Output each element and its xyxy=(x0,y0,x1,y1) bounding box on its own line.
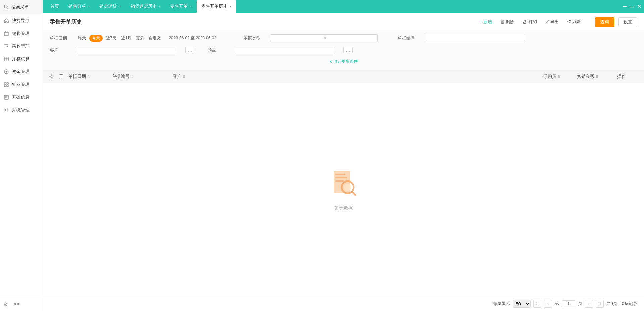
th-customer-sort: ⇅ xyxy=(183,75,185,79)
page-prev-btn[interactable]: ＜ xyxy=(544,300,552,308)
header-actions: + 新增 🗑 删除 🖨 打印 ↗ 导出 ↺ 刷新 查询 设置 xyxy=(478,17,637,27)
svg-point-3 xyxy=(5,48,6,48)
order-no-input[interactable] xyxy=(425,34,525,42)
sidebar-item-label: 基础信息 xyxy=(12,94,30,100)
date-opt-last7[interactable]: 近7天 xyxy=(105,35,118,42)
order-type-arrow: ▾ xyxy=(324,36,375,41)
window-minimize-btn[interactable]: ─ xyxy=(623,3,627,9)
add-btn[interactable]: + 新增 xyxy=(478,18,494,27)
date-opt-yesterday[interactable]: 昨天 xyxy=(77,35,87,42)
window-close-btn[interactable]: ✕ xyxy=(637,3,641,10)
date-opt-today[interactable]: 今天 xyxy=(89,35,103,42)
tab-retail-open-history[interactable]: 零售开单历史 × xyxy=(197,0,236,13)
settings-bottom-icon[interactable]: ⚙ xyxy=(3,301,8,308)
svg-rect-12 xyxy=(7,85,8,87)
basic-info-icon xyxy=(3,94,9,100)
tab-sales-return[interactable]: 销货退货 × xyxy=(95,0,126,13)
page-first-btn[interactable]: ⟨⟨ xyxy=(533,300,541,308)
sidebar-item-purchase-mgmt[interactable]: 采购管理 xyxy=(0,40,43,53)
print-btn[interactable]: 🖨 打印 xyxy=(521,18,539,27)
display-detail-btn[interactable] xyxy=(587,21,591,23)
order-type-select[interactable]: ▾ xyxy=(270,34,378,42)
tab-sales-order-close[interactable]: × xyxy=(88,4,90,8)
sidebar-search[interactable]: 搜索采单 xyxy=(0,0,43,14)
svg-line-24 xyxy=(352,192,355,195)
tab-retail-open-history-close[interactable]: × xyxy=(230,4,232,8)
date-range-display: 2023-06-02 至 2023-06-02 xyxy=(169,35,216,41)
tab-retail-open-close[interactable]: × xyxy=(190,4,192,8)
delete-btn[interactable]: 🗑 删除 xyxy=(498,18,517,27)
page-label-pre: 第 xyxy=(555,301,559,307)
refresh-btn[interactable]: ↺ 刷新 xyxy=(565,18,583,27)
th-order-no[interactable]: 单据编号 ⇅ xyxy=(109,73,170,80)
sidebar-item-operation-mgmt[interactable]: 经营管理 xyxy=(0,78,43,91)
sidebar-item-basic-info[interactable]: 基础信息 xyxy=(0,91,43,104)
total-info: 共0页，0条记录 xyxy=(606,301,637,307)
tab-sales-order[interactable]: 销售订单 × xyxy=(64,0,95,13)
page-size-select[interactable]: 50 20 100 xyxy=(513,300,531,308)
th-date[interactable]: 单据日期 ⇅ xyxy=(66,73,109,80)
sidebar-item-inventory[interactable]: 库存核算 xyxy=(0,53,43,65)
th-amount-sort: ⇅ xyxy=(596,75,598,79)
date-opt-more[interactable]: 更多 xyxy=(135,35,145,42)
customer-input[interactable] xyxy=(77,46,177,54)
select-all-input[interactable] xyxy=(59,74,63,79)
purchase-icon xyxy=(3,43,9,49)
svg-point-16 xyxy=(5,109,7,111)
window-restore-btn[interactable]: ▭ xyxy=(629,3,634,10)
export-btn[interactable]: ↗ 导出 xyxy=(543,18,561,27)
settings-button[interactable]: 设置 xyxy=(618,17,637,27)
goods-dots-btn[interactable]: ... xyxy=(343,47,352,53)
th-guide-label: 导购员 xyxy=(543,73,556,80)
th-op-label: 操作 xyxy=(617,73,626,80)
th-customer[interactable]: 客户 ⇅ xyxy=(170,73,541,80)
th-amount[interactable]: 实销金额 ⇅ xyxy=(574,73,614,80)
date-opt-last-month[interactable]: 近1月 xyxy=(120,35,133,42)
svg-point-23 xyxy=(344,184,351,191)
sidebar-item-sales-mgmt[interactable]: 销售管理 xyxy=(0,27,43,40)
svg-rect-2 xyxy=(4,32,8,36)
sidebar-item-quick-nav[interactable]: 快捷导航 xyxy=(0,14,43,27)
sidebar-item-finance-mgmt[interactable]: 资金管理 xyxy=(0,65,43,78)
tab-sales-return-close[interactable]: × xyxy=(119,4,121,8)
page-last-btn[interactable]: ⟩⟩ xyxy=(596,300,604,308)
th-guide[interactable]: 导购员 ⇅ xyxy=(541,73,574,80)
svg-rect-19 xyxy=(335,174,345,175)
table-header: 单据日期 ⇅ 单据编号 ⇅ 客户 ⇅ 导购员 ⇅ 实销金额 ⇅ xyxy=(43,70,644,83)
customer-dots-btn[interactable]: ... xyxy=(185,47,194,53)
tab-sales-return-history-label: 销货退货历史 xyxy=(131,3,157,9)
query-button[interactable]: 查询 xyxy=(595,17,614,27)
tab-home-label: 首页 xyxy=(50,3,59,9)
date-opt-custom[interactable]: 自定义 xyxy=(147,35,162,42)
tab-retail-open-label: 零售开单 xyxy=(170,3,188,9)
tab-retail-open[interactable]: 零售开单 × xyxy=(165,0,196,13)
th-date-label: 单据日期 xyxy=(68,73,86,80)
th-customer-label: 客户 xyxy=(172,73,181,80)
tab-retail-open-history-label: 零售开单历史 xyxy=(201,3,228,9)
tab-home[interactable]: 首页 xyxy=(46,0,64,13)
goods-input[interactable] xyxy=(235,46,335,54)
sidebar-item-system-mgmt[interactable]: 系统管理 xyxy=(0,104,43,116)
tab-bar: 首页 销售订单 × 销货退货 × 销货退货历史 × 零售开单 × 零售开单历史 … xyxy=(43,0,644,13)
collapse-sidebar-btn[interactable]: ◀◀ xyxy=(13,301,19,308)
page-number-input[interactable] xyxy=(562,300,575,307)
collapse-btn[interactable]: ∧ 收起更多条件 xyxy=(329,59,358,64)
th-order-no-label: 单据编号 xyxy=(112,73,130,80)
table-settings-icon[interactable] xyxy=(46,74,56,79)
tab-sales-return-history-close[interactable]: × xyxy=(159,4,161,8)
content-area: 零售开单历史 + 新增 🗑 删除 🖨 打印 ↗ 导出 ↺ 刷新 查询 设置 单据… xyxy=(43,13,644,311)
tab-sales-return-label: 销货退货 xyxy=(99,3,117,9)
sales-icon xyxy=(3,31,9,37)
th-guide-sort: ⇅ xyxy=(558,75,560,79)
select-all-checkbox[interactable] xyxy=(56,74,66,79)
filter-area: 单据日期 昨天 今天 近7天 近1月 更多 自定义 2023-06-02 至 2… xyxy=(43,30,644,70)
sidebar-item-label: 库存核算 xyxy=(12,56,30,62)
th-amount-label: 实销金额 xyxy=(577,73,594,80)
home-icon xyxy=(3,18,9,24)
page-next-btn[interactable]: ＞ xyxy=(585,300,593,308)
empty-text: 暂无数据 xyxy=(334,205,353,211)
order-type-label: 单据类型 xyxy=(243,35,263,41)
collapse-row: ∧ 收起更多条件 xyxy=(50,57,637,66)
tab-sales-return-history[interactable]: 销货退货历史 × xyxy=(126,0,165,13)
svg-line-1 xyxy=(7,8,8,9)
